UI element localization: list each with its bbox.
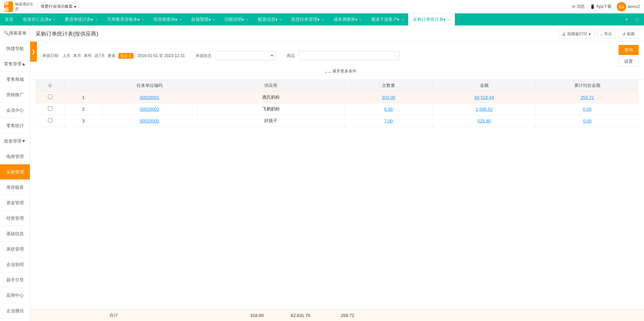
sidebar-item-marketing[interactable]: 营销推广 bbox=[0, 87, 30, 103]
toggle-filter-btn[interactable]: ❯ bbox=[30, 42, 37, 62]
tab-label: 配置信息 bbox=[258, 16, 275, 22]
checkbox-icon[interactable]: ⚙ bbox=[48, 83, 52, 88]
cell-check[interactable] bbox=[36, 115, 65, 127]
close-tab-btn[interactable]: × bbox=[621, 14, 632, 25]
tab-close-icon[interactable]: × bbox=[322, 17, 324, 21]
tab-close-icon[interactable]: × bbox=[53, 17, 55, 21]
tab-overstock[interactable]: 超储预警 ▾ × bbox=[186, 13, 220, 25]
cell-seq: 2 bbox=[65, 103, 102, 115]
nav-tabs: 首页 收发存汇总表 ▾ × 要货单统计表 ▾ × 可用量库存账本 ▾ × 保质期… bbox=[0, 13, 644, 25]
row-checkbox[interactable] bbox=[48, 106, 52, 111]
tab-function-desc[interactable]: 功能说明 ▾ × bbox=[220, 13, 253, 25]
table-wrap: ⚙ 往来单位编码 供应商 主数量 金额 bbox=[30, 80, 644, 309]
sidebar-item-operations[interactable]: 经营管理 bbox=[0, 211, 30, 226]
cell-qty[interactable]: 303.00 bbox=[344, 92, 433, 103]
sidebar-search[interactable]: 🔍 搜索菜单 bbox=[0, 25, 30, 41]
shortcut-last-month[interactable]: 上月 bbox=[62, 53, 70, 59]
cell-paid[interactable]: 259.72 bbox=[536, 92, 639, 103]
tab-close-icon[interactable]: × bbox=[142, 17, 144, 21]
sidebar-item-inventory[interactable]: 库存核算 bbox=[0, 180, 30, 195]
quick-nav-label: 快捷导航 bbox=[6, 46, 24, 52]
page-actions: 🖨 按模板打印 ▾ ↓ 导出 ↺ 刷新 bbox=[558, 30, 639, 39]
tab-config-info[interactable]: 配置信息 ▾ × bbox=[253, 13, 286, 25]
shortcut-this-month[interactable]: 本月 bbox=[73, 53, 81, 59]
refresh-btn[interactable]: ↺ 刷新 bbox=[619, 30, 639, 39]
cell-code[interactable]: 00020001 bbox=[102, 92, 197, 103]
tab-invite-downstream[interactable]: 邀请下游客户 ▾ × bbox=[366, 13, 408, 25]
tab-order-summary[interactable]: 要货单统计表 ▾ × bbox=[60, 13, 102, 25]
sidebar-item-basic-info[interactable]: 基础信息 bbox=[0, 226, 30, 242]
sidebar-item-member[interactable]: 会员中心 bbox=[0, 103, 30, 118]
sidebar-item-ecommerce[interactable]: 电商管理 bbox=[0, 149, 30, 164]
tab-available-stock[interactable]: 可用量库存账本 ▾ × bbox=[102, 13, 149, 25]
shortcut-7days[interactable]: 近7天 bbox=[95, 53, 105, 59]
tab-pick-task[interactable]: 拣货任务管理 ▾ × bbox=[286, 13, 328, 25]
main-content: 采购订单统计表(按供应商) 🖨 按模板打印 ▾ ↓ 导出 ↺ 刷新 ❯ bbox=[30, 25, 644, 321]
cell-qty[interactable]: 7.00 bbox=[344, 115, 433, 127]
sidebar-item-purchase[interactable]: 采购管理 bbox=[0, 164, 30, 180]
commodity-dots-btn[interactable]: ··· bbox=[392, 53, 399, 58]
sidebar-item-enterprise-wechat[interactable]: 企业微信 bbox=[0, 303, 30, 319]
sidebar-item-retail-stat[interactable]: 零售统计 bbox=[0, 118, 30, 133]
user-area[interactable]: Ea demo2 bbox=[617, 2, 640, 11]
cell-amount[interactable]: 525.80 bbox=[433, 115, 536, 127]
tab-close-icon[interactable]: × bbox=[179, 17, 181, 21]
sidebar-item-finance[interactable]: 资金管理 bbox=[0, 195, 30, 211]
search-icon: 🔍 bbox=[4, 31, 9, 36]
cell-amount[interactable]: 1,586.52 bbox=[433, 103, 536, 115]
filter-row-1: 单据日期 上月 本月 本年 近7天 更多 自定义 2016-01-01 至 20… bbox=[42, 45, 639, 66]
cell-amount[interactable]: 60,519.44 bbox=[433, 92, 536, 103]
sidebar-item-member2[interactable]: 畅会员 bbox=[0, 319, 30, 321]
print-btn[interactable]: 🖨 按模板打印 ▾ bbox=[558, 30, 594, 39]
tab-home[interactable]: 首页 bbox=[0, 13, 18, 25]
tab-close-icon[interactable]: × bbox=[360, 17, 362, 21]
app-download-btn[interactable]: 📱 App下载 bbox=[590, 4, 611, 9]
tab-close-icon[interactable]: × bbox=[448, 17, 450, 21]
row-checkbox[interactable] bbox=[48, 118, 52, 122]
cell-check[interactable] bbox=[36, 92, 65, 103]
chevron-down-icon: ▾ bbox=[91, 17, 93, 22]
tab-close-icon[interactable]: × bbox=[95, 17, 97, 21]
sidebar-item-enterprise-collab[interactable]: 企业协同 bbox=[0, 257, 30, 272]
cell-seq: 3 bbox=[65, 115, 102, 127]
cell-check[interactable] bbox=[36, 103, 65, 115]
shortcut-this-year[interactable]: 本年 bbox=[84, 53, 92, 59]
sidebar-item-new-guide[interactable]: 新手引导 bbox=[0, 272, 30, 288]
search-label: 搜索菜单 bbox=[9, 30, 26, 36]
export-btn[interactable]: ↓ 导出 bbox=[597, 30, 616, 39]
query-btn[interactable]: 查询 bbox=[619, 45, 639, 55]
tab-close-icon[interactable]: × bbox=[213, 17, 215, 21]
tab-purchase-stat[interactable]: 采购订单统计表 ▾ × bbox=[408, 13, 454, 25]
cell-code[interactable]: 00020005 bbox=[102, 115, 197, 127]
expand-more-btn[interactable]: ⌄⌄ 展开更多条件 bbox=[324, 68, 357, 74]
sidebar-quick-nav[interactable]: 快捷导航 bbox=[0, 41, 30, 56]
sidebar-item-retail[interactable]: 零售管理 ▲ bbox=[0, 56, 30, 72]
maximize-btn[interactable]: □ bbox=[632, 14, 643, 25]
status-select[interactable] bbox=[216, 51, 276, 60]
settings-btn[interactable]: 设置 bbox=[619, 56, 639, 66]
tab-shelf-life[interactable]: 保质期查询 ▾ × bbox=[149, 13, 186, 25]
sidebar-item-retail-mall[interactable]: 零售商城 bbox=[0, 72, 30, 87]
commodity-input[interactable] bbox=[299, 52, 392, 59]
custom-badge[interactable]: 自定义 bbox=[118, 53, 133, 59]
tab-close-icon[interactable]: × bbox=[280, 17, 282, 21]
cell-paid[interactable]: 0.00 bbox=[536, 115, 639, 127]
sidebar-item-label: 企业协同 bbox=[6, 262, 24, 268]
shortcut-more[interactable]: 更多 bbox=[108, 53, 116, 59]
sidebar-item-label: 基础信息 bbox=[6, 231, 24, 237]
tab-close-icon[interactable]: × bbox=[401, 17, 404, 21]
tab-close-icon[interactable]: × bbox=[246, 17, 248, 21]
cell-code[interactable]: 00020002 bbox=[102, 103, 197, 115]
sidebar-item-label: 资金管理 bbox=[6, 200, 24, 206]
sidebar-item-app-center[interactable]: 应用中心 bbox=[0, 288, 30, 303]
cell-qty[interactable]: 6.00 bbox=[344, 103, 433, 115]
download-icon: 📱 bbox=[590, 4, 595, 9]
messages-btn[interactable]: ✉ 消息 bbox=[572, 4, 585, 9]
tab-cost-adjust[interactable]: 成本调整单 ▾ × bbox=[329, 13, 366, 25]
tab-receive-send[interactable]: 收发存汇总表 ▾ × bbox=[18, 13, 60, 25]
sidebar-item-system[interactable]: 系统管理 bbox=[0, 242, 30, 257]
row-checkbox[interactable] bbox=[48, 95, 52, 99]
workspace-selector[interactable]: 母婴行业演示账套 ▾ bbox=[38, 2, 79, 11]
cell-paid[interactable]: 0.00 bbox=[536, 103, 639, 115]
sidebar-item-wholesale[interactable]: 批发管理 ▼ bbox=[0, 133, 30, 149]
